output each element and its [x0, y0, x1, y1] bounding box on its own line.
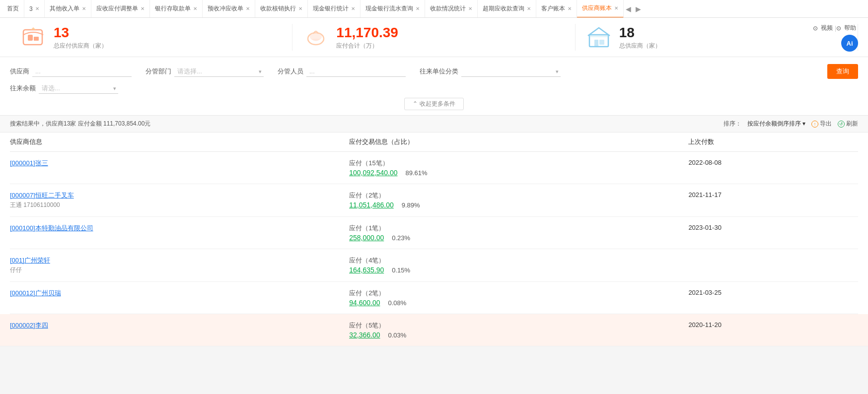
nav-tab-collection-verify[interactable]: 收款核销执行 ✕ [255, 0, 308, 18]
close-icon[interactable]: ✕ [351, 6, 355, 11]
person-filter-label: 分管人员 [278, 67, 303, 76]
close-icon[interactable]: ✕ [298, 6, 302, 11]
filter-area: 供应商 分管部门 请选择... ▾ 分管人员 往来单位分类 [0, 57, 868, 116]
nav-tab-cash-bank-stat[interactable]: 现金银行统计 ✕ [308, 0, 361, 18]
pay-amount-row: 164,635.90 0.15% [349, 265, 688, 274]
pay-percent: 0.08% [388, 299, 406, 307]
payable-total-label: 应付合计（万） [336, 42, 398, 50]
pay-amount-row: 32,366.00 0.03% [349, 330, 688, 339]
supplier-link[interactable]: [000012]广州贝瑞 [10, 289, 61, 297]
supplier-sub: 仔仔 [10, 266, 349, 274]
collapse-button[interactable]: ⌃ 收起更多条件 [404, 98, 463, 110]
dept-select-wrap: 请选择... ▾ [174, 66, 264, 77]
balance-select-wrap: 请选... ▾ [39, 83, 118, 94]
close-icon[interactable]: ✕ [82, 6, 86, 11]
last-pay-cell: 2023-01-30 [688, 224, 858, 231]
summary-text-payable-total: 11,170.39 应付合计（万） [336, 24, 398, 51]
table-row: [000100]本特勤油品有限公司 应付（1笔） 258,000.00 0.23… [10, 217, 858, 249]
last-pay-cell: 2022-08-08 [688, 159, 858, 166]
summary-text-payable-suppliers: 13 总应付供应商（家） [54, 24, 107, 51]
nav-tab-customer-ledger[interactable]: 客户账本 ✕ [536, 0, 577, 18]
supplier-cell: [000007]恒旺二手叉车 王通 17106110000 [10, 191, 349, 209]
nav-tab-collection-stat[interactable]: 收款情况统计 ✕ [425, 0, 478, 18]
pay-percent: 0.15% [392, 266, 410, 274]
pay-amount[interactable]: 94,600.00 [349, 299, 380, 307]
table-row: [000002]李四 应付（5笔） 32,366.00 0.03% 2020-1… [0, 314, 868, 346]
person-filter-input[interactable] [306, 66, 406, 77]
result-info: 搜索结果中，供应商13家 应付金额 111,703,854.00元 [10, 120, 150, 128]
top-navigation: 首页 3 ✕ 其他收入单 ✕ 应收应付调整单 ✕ 银行存取款单 ✕ 预收冲应收单… [0, 0, 868, 18]
video-link[interactable]: 视频 [821, 24, 833, 32]
category-select[interactable] [461, 66, 561, 77]
summary-card-payable-total: 11,170.39 应付合计（万） [292, 24, 575, 51]
total-suppliers-label: 总供应商（家） [619, 42, 661, 50]
dept-filter-label: 分管部门 [145, 67, 171, 76]
payable-total-amount: 11,170.39 [336, 24, 398, 41]
close-icon[interactable]: ✕ [468, 6, 472, 11]
nav-prev-arrow[interactable]: ◀ [624, 0, 634, 18]
close-icon[interactable]: ✕ [614, 5, 618, 11]
nav-next-arrow[interactable]: ▶ [634, 0, 644, 18]
summary-text-total-suppliers: 18 总供应商（家） [619, 24, 661, 51]
pay-amount-row: 11,051,486.00 9.89% [349, 200, 688, 209]
ai-badge[interactable]: Ai [841, 35, 858, 52]
svg-marker-3 [31, 27, 36, 30]
supplier-link[interactable]: [000100]本特勤油品有限公司 [10, 224, 93, 232]
nav-tab-prepay-ar[interactable]: 预收冲应收单 ✕ [203, 0, 255, 18]
pay-amount[interactable]: 164,635.90 [349, 266, 384, 274]
help-link[interactable]: 帮助 [844, 24, 856, 32]
close-icon[interactable]: ✕ [141, 6, 145, 11]
svg-rect-9 [589, 35, 608, 37]
close-icon[interactable]: ✕ [35, 6, 39, 11]
filter-supplier: 供应商 [10, 66, 132, 77]
nav-tab-bank-deposit[interactable]: 银行存取款单 ✕ [150, 0, 203, 18]
export-button[interactable]: ↑ 导出 [811, 120, 832, 128]
supplier-link[interactable]: [000007]恒旺二手叉车 [10, 192, 74, 199]
refresh-button[interactable]: ↺ 刷新 [838, 120, 858, 128]
supplier-link[interactable]: [000001]张三 [10, 159, 48, 167]
supplier-cell: [000002]李四 [10, 321, 349, 330]
pay-amount[interactable]: 258,000.00 [349, 234, 384, 242]
video-icon: ⊙ [813, 25, 818, 32]
dept-select[interactable]: 请选择... [174, 66, 264, 77]
nav-tab-home[interactable]: 首页 [2, 0, 24, 18]
result-bar: 搜索结果中，供应商13家 应付金额 111,703,854.00元 排序： 按应… [0, 116, 868, 132]
result-actions: 排序： 按应付余额倒序排序 ▾ ↑ 导出 ↺ 刷新 [723, 120, 858, 128]
pay-amount[interactable]: 100,092,540.00 [349, 169, 397, 177]
table-row: [000012]广州贝瑞 应付（2笔） 94,600.00 0.08% 2021… [10, 282, 858, 314]
store-icon [585, 24, 612, 51]
close-icon[interactable]: ✕ [527, 6, 531, 11]
nav-tab-other-income[interactable]: 其他收入单 ✕ [45, 0, 91, 18]
sort-value[interactable]: 按应付余额倒序排序 ▾ [747, 120, 805, 128]
filter-person: 分管人员 [278, 66, 406, 77]
category-select-wrap: ▾ [461, 66, 561, 77]
pay-label: 应付（4笔） [349, 256, 688, 265]
close-icon[interactable]: ✕ [568, 6, 572, 11]
pay-info-cell: 应付（1笔） 258,000.00 0.23% [349, 224, 688, 242]
query-button[interactable]: 查询 [827, 64, 858, 79]
supplier-filter-input[interactable] [32, 66, 132, 77]
close-icon[interactable]: ✕ [193, 6, 197, 11]
close-icon[interactable]: ✕ [246, 6, 250, 11]
nav-tab-3[interactable]: 3 ✕ [24, 0, 45, 18]
pay-amount[interactable]: 32,366.00 [349, 331, 380, 339]
supplier-link[interactable]: [001]广州荣轩 [10, 257, 50, 264]
column-pay-info: 应付交易信息（占比） [349, 137, 688, 146]
nav-tab-cash-bank-flow[interactable]: 现金银行流水查询 ✕ [361, 0, 425, 18]
nav-tab-ar-ap-adjust[interactable]: 应收应付调整单 ✕ [91, 0, 150, 18]
filter-dept: 分管部门 请选择... ▾ [145, 66, 264, 77]
nav-tab-supplier-ledger[interactable]: 供应商账本 ✕ [577, 0, 624, 18]
nav-tab-overdue-ar[interactable]: 超期应收款查询 ✕ [478, 0, 536, 18]
supplier-cell: [000001]张三 [10, 159, 349, 168]
supplier-cell: [001]广州荣轩 仔仔 [10, 256, 349, 274]
pay-percent: 0.23% [392, 234, 410, 242]
pay-amount[interactable]: 11,051,486.00 [349, 201, 394, 209]
supplier-filter-label: 供应商 [10, 67, 29, 76]
pay-info-cell: 应付（2笔） 11,051,486.00 9.89% [349, 191, 688, 209]
balance-select[interactable]: 请选... [39, 83, 118, 94]
last-pay-cell: 2021-11-17 [688, 191, 858, 198]
close-icon[interactable]: ✕ [416, 6, 420, 11]
filter-row-2: 往来余额 请选... ▾ [10, 83, 858, 94]
collapse-bar: ⌃ 收起更多条件 [10, 98, 858, 110]
supplier-link[interactable]: [000002]李四 [10, 322, 48, 329]
